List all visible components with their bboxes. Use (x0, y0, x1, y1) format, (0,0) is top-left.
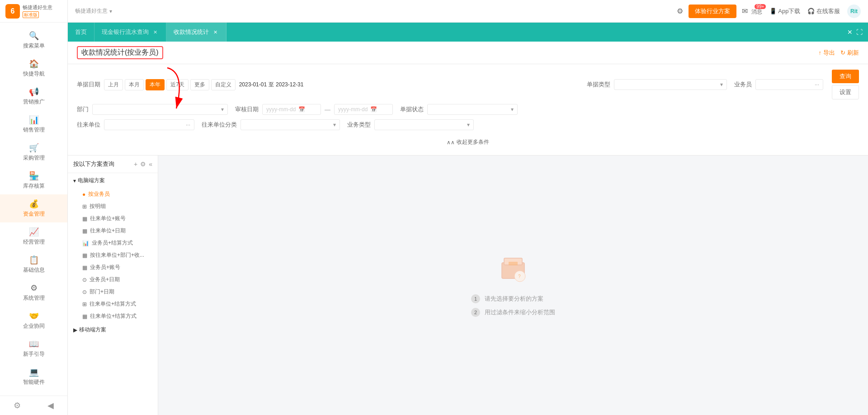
left-panel-header: 按以下方案查询 + ⚙ « (68, 156, 158, 173)
date-btn-last-month[interactable]: 上月 (104, 79, 123, 90)
sidebar-menu: 🔍 搜索菜单 🏠 快捷导航 📢 营销推广 📊 销售管理 🛒 采购管理 🏪 库存核… (0, 23, 67, 396)
page-title: 收款情况统计(按业务员) (77, 46, 163, 59)
topbar: 畅捷通好生意 ▾ ⚙ 体验行业方案 ✉ 99+ 消息 📱 App下载 🎧 在线客… (68, 0, 868, 23)
logo-icon: 6 (5, 4, 20, 19)
scheme-by-salesperson[interactable]: ● 按业务员 (68, 188, 158, 200)
filter-row-2: 部门 ▾ 审核日期 yyyy-mm-dd 📅 — yyyy-mm-dd (77, 104, 859, 115)
partner-select[interactable]: ··· (104, 119, 194, 130)
bill-status-select[interactable]: ▾ (427, 104, 518, 115)
left-panel: 按以下方案查询 + ⚙ « ▾ 电脑端方案 ● 按业务员 (68, 156, 158, 415)
enterprise-icon: 🤝 (29, 311, 39, 321)
sidebar-item-quick-nav[interactable]: 🏠 快捷导航 (0, 54, 67, 82)
sidebar-item-enterprise[interactable]: 🤝 企业协同 (0, 307, 67, 335)
tab-collection-close[interactable]: ✕ (212, 28, 219, 36)
finance-icon: 💰 (29, 199, 39, 209)
sidebar-item-finance[interactable]: 💰 资金管理 (0, 194, 67, 222)
logo-text: 畅捷通好生意 标准版 (23, 4, 52, 18)
tab-collection[interactable]: 收款情况统计 ✕ (166, 23, 226, 42)
empty-step-2: 2 用过滤条件来缩小分析范围 (471, 308, 555, 317)
sidebar-item-wechat[interactable]: 💬 企业微信 (0, 391, 67, 396)
sidebar-item-search[interactable]: 🔍 搜索菜单 (0, 26, 67, 54)
scheme-by-detail[interactable]: ⊞ 按明细 (68, 200, 158, 212)
tab-fullscreen-icon[interactable]: ⛶ (856, 28, 863, 36)
tab-home[interactable]: 首页 (68, 23, 94, 42)
collapse-sidebar-icon[interactable]: ◀ (47, 401, 54, 410)
filter-bill-type-item: 单据类型 ▾ (587, 79, 727, 90)
filter-salesperson-item: 业务员 ··· (734, 79, 825, 90)
empty-step-1: 1 请先选择要分析的方案 (471, 294, 555, 303)
filter-business-type-item: 业务类型 ▾ (347, 119, 474, 130)
mobile-scheme-group-title[interactable]: ▶ 移动端方案 (68, 322, 158, 337)
sidebar-item-system[interactable]: ⚙ 系统管理 (0, 278, 67, 307)
sales-icon: 📊 (29, 115, 39, 125)
filter-row-3: 往来单位 ··· 往来单位分类 ▾ 业务类型 (77, 119, 859, 130)
empty-steps: 1 请先选择要分析的方案 2 用过滤条件来缩小分析范围 (471, 294, 555, 321)
partner-category-select[interactable]: ▾ (241, 119, 340, 130)
settings-gear-icon[interactable]: ⚙ (677, 7, 683, 15)
set-button[interactable]: 设置 (832, 85, 859, 99)
refresh-btn[interactable]: ↻ 刷新 (840, 49, 859, 57)
collapse-filter-btn[interactable]: ∧∧ 收起更多条件 (77, 135, 859, 150)
sidebar-item-basic[interactable]: 📋 基础信息 (0, 250, 67, 278)
bill-type-select[interactable]: ▾ (614, 79, 727, 90)
scheme-salesperson-settlement[interactable]: 📊 业务员+结算方式 (68, 237, 158, 249)
system-icon: ⚙ (30, 283, 38, 293)
user-avatar[interactable]: Rit (847, 5, 861, 18)
right-content: ? 1 请先选择要分析的方案 2 用过滤条件来缩小分析范围 (158, 156, 868, 415)
business-type-select[interactable]: ▾ (374, 119, 474, 130)
scheme-settings-icon[interactable]: ⚙ (140, 160, 146, 168)
date-btn-custom[interactable]: 自定义 (211, 79, 236, 90)
operation-icon: 📈 (29, 227, 39, 237)
marketing-icon: 📢 (29, 87, 39, 97)
export-btn[interactable]: ↑ 导出 (819, 49, 835, 57)
guide-icon: 📖 (29, 339, 39, 349)
add-scheme-icon[interactable]: + (134, 160, 137, 168)
sidebar-item-hardware[interactable]: 💻 智能硬件 (0, 363, 67, 391)
sidebar-item-warehouse[interactable]: 🏪 库存核算 (0, 166, 67, 194)
desktop-scheme-group-title[interactable]: ▾ 电脑端方案 (68, 173, 158, 188)
scheme-partner-settlement1[interactable]: ⊞ 往来单位+结算方式 (68, 298, 158, 310)
trial-btn[interactable]: 体验行业方案 (689, 5, 736, 18)
scheme-salesperson-account[interactable]: ▦ 业务员+账号 (68, 261, 158, 274)
tab-bank[interactable]: 现金银行流水查询 ✕ (94, 23, 166, 42)
review-date-end[interactable]: yyyy-mm-dd 📅 (334, 104, 393, 115)
content-area: 收款情况统计(按业务员) ↑ 导出 ↻ 刷新 单据日期 上月 (68, 42, 868, 415)
review-date-start[interactable]: yyyy-mm-dd 📅 (262, 104, 321, 115)
online-service-link[interactable]: 🎧 在线客服 (807, 7, 840, 15)
scheme-salesperson-date[interactable]: ⊙ 业务员+日期 (68, 274, 158, 286)
date-btn-this-month[interactable]: 本月 (125, 79, 144, 90)
body-area: 按以下方案查询 + ⚙ « ▾ 电脑端方案 ● 按业务员 (68, 156, 868, 415)
sidebar-item-guide[interactable]: 📖 新手引导 (0, 335, 67, 363)
main-area: 畅捷通好生意 ▾ ⚙ 体验行业方案 ✉ 99+ 消息 📱 App下载 🎧 在线客… (68, 0, 868, 415)
settings-icon[interactable]: ⚙ (14, 401, 21, 410)
purchase-icon: 🛒 (29, 143, 39, 153)
app-download-link[interactable]: 📱 App下载 (769, 7, 800, 15)
mobile-scheme-group: ▶ 移动端方案 (68, 322, 158, 337)
dept-select[interactable]: ▾ (92, 104, 228, 115)
svg-text:?: ? (518, 274, 521, 279)
sidebar-item-operation[interactable]: 📈 经营管理 (0, 222, 67, 250)
scheme-partner-settlement2[interactable]: ▦ 往来单位+结算方式 (68, 310, 158, 322)
empty-illustration: ? (495, 249, 531, 285)
salesperson-select[interactable]: ··· (755, 79, 823, 90)
scheme-partner-account[interactable]: ▦ 往来单位+账号 (68, 212, 158, 225)
date-btn-more[interactable]: 更多 (190, 79, 209, 90)
tab-bank-close[interactable]: ✕ (151, 28, 159, 36)
messages-icon[interactable]: ✉ 99+ 消息 (742, 7, 762, 16)
tabbar-right-actions: ✕ ⛶ (847, 23, 868, 42)
scheme-dept-date[interactable]: ⊙ 部门+日期 (68, 286, 158, 298)
scheme-partner-dept-collect[interactable]: ▦ 按往来单位+部门+收... (68, 249, 158, 261)
sidebar-item-purchase[interactable]: 🛒 采购管理 (0, 138, 67, 166)
sidebar-item-sales[interactable]: 📊 销售管理 (0, 110, 67, 138)
date-options-group: 上月 本月 本年 近7天 更多 自定义 (104, 79, 236, 90)
filter-partner-item: 往来单位 ··· (77, 119, 194, 130)
scheme-partner-date[interactable]: ▦ 往来单位+日期 (68, 225, 158, 237)
panel-collapse-icon[interactable]: « (149, 160, 152, 168)
tab-close-all-icon[interactable]: ✕ (847, 28, 853, 36)
date-btn-7days[interactable]: 近7天 (166, 79, 189, 90)
filter-row-1: 单据日期 上月 本月 本年 近7天 更多 自定义 2023-01-01 至 20… (77, 70, 859, 99)
logo-area: 6 畅捷通好生意 标准版 (0, 0, 67, 23)
sidebar-item-marketing[interactable]: 📢 营销推广 (0, 82, 67, 110)
date-btn-this-year[interactable]: 本年 (146, 79, 165, 90)
query-button[interactable]: 查询 (832, 70, 859, 83)
